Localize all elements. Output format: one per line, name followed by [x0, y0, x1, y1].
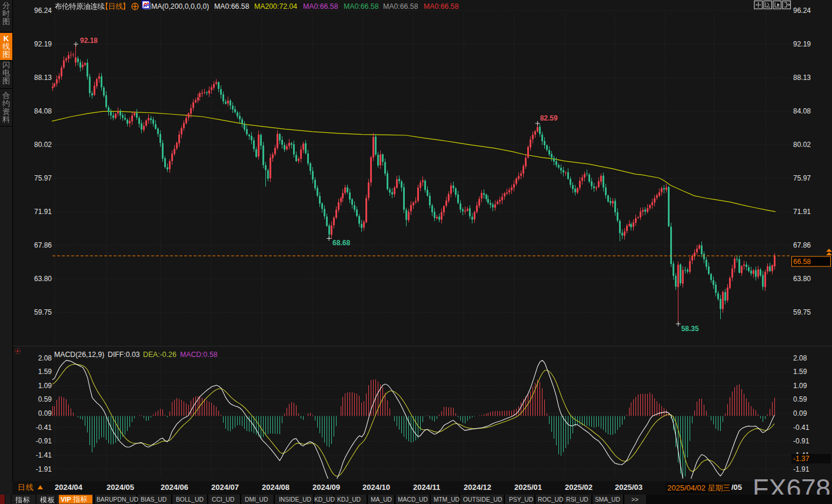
svg-text:-1.91: -1.91: [36, 465, 52, 473]
svg-text:DEA:-0.26: DEA:-0.26: [143, 351, 177, 359]
svg-text:63.80: 63.80: [34, 275, 52, 283]
svg-text:MTM_UD: MTM_UD: [434, 496, 460, 503]
svg-text:MA0:66.58: MA0:66.58: [303, 2, 338, 11]
svg-text:-0.41: -0.41: [793, 423, 810, 432]
svg-text:59.75: 59.75: [793, 308, 811, 316]
svg-text:PSY_UD: PSY_UD: [509, 496, 533, 503]
svg-text:BIAS_UD: BIAS_UD: [141, 496, 167, 503]
svg-text:1.59: 1.59: [38, 368, 52, 376]
svg-text:75.97: 75.97: [793, 174, 811, 182]
svg-text:2.08: 2.08: [793, 354, 807, 362]
svg-text:84.08: 84.08: [34, 107, 52, 115]
svg-text:2024/10: 2024/10: [362, 483, 390, 492]
svg-text:67.86: 67.86: [793, 241, 811, 249]
svg-text:MA_UD: MA_UD: [371, 496, 392, 503]
svg-text:84.08: 84.08: [793, 107, 811, 115]
svg-text:-0.91: -0.91: [36, 437, 52, 445]
svg-text:67.86: 67.86: [34, 241, 52, 249]
svg-text:2025/01: 2025/01: [514, 483, 542, 492]
svg-text:66.58: 66.58: [793, 258, 811, 266]
svg-text:RSI_UD: RSI_UD: [566, 496, 588, 503]
svg-text:KD_UD: KD_UD: [314, 496, 335, 503]
svg-text:71.91: 71.91: [793, 208, 811, 216]
svg-text:63.80: 63.80: [793, 275, 811, 283]
svg-text:2024/08: 2024/08: [262, 483, 289, 492]
svg-text:KDJ_UD: KDJ_UD: [337, 496, 361, 503]
svg-text:92.19: 92.19: [34, 40, 52, 48]
svg-text:71.91: 71.91: [34, 208, 52, 216]
svg-text:1.09: 1.09: [38, 382, 52, 390]
svg-text:MA0:66.58: MA0:66.58: [424, 2, 459, 11]
svg-text:BARUPDN_UD: BARUPDN_UD: [96, 496, 138, 503]
svg-text:2024/12: 2024/12: [464, 483, 491, 492]
svg-text:VIP: VIP: [61, 496, 71, 503]
svg-text:MACD_UD: MACD_UD: [398, 496, 428, 503]
svg-text:-0.41: -0.41: [36, 423, 52, 432]
svg-text:MA200:72.04: MA200:72.04: [254, 2, 297, 11]
svg-text:2024/07: 2024/07: [211, 483, 239, 492]
svg-text:-0.91: -0.91: [793, 437, 810, 445]
svg-text:K: K: [4, 34, 9, 43]
svg-text:0.09: 0.09: [793, 409, 807, 418]
svg-text:2025/02: 2025/02: [565, 483, 593, 492]
svg-text:MACD:0.58: MACD:0.58: [180, 351, 218, 359]
svg-text:59.75: 59.75: [34, 308, 52, 316]
svg-text:96.24: 96.24: [34, 6, 52, 15]
svg-text:92.19: 92.19: [793, 40, 811, 48]
svg-text:2024/05: 2024/05: [107, 483, 134, 492]
svg-text:82.59: 82.59: [540, 114, 558, 122]
svg-text:MA0:66.58: MA0:66.58: [214, 2, 249, 11]
svg-text:75.97: 75.97: [34, 174, 52, 182]
svg-text:SMA_UD: SMA_UD: [595, 496, 620, 503]
svg-text:1.09: 1.09: [793, 382, 807, 390]
svg-text:-1.91: -1.91: [793, 465, 810, 473]
svg-text:0.59: 0.59: [38, 395, 52, 403]
svg-text:2024/09: 2024/09: [312, 483, 340, 492]
svg-text:CCI_UD: CCI_UD: [212, 496, 234, 503]
svg-text:2025/04/02: 2025/04/02: [667, 483, 708, 492]
svg-text:MA0:66.58: MA0:66.58: [344, 2, 379, 11]
svg-text:ROC_UD: ROC_UD: [538, 496, 563, 503]
svg-text:0.59: 0.59: [793, 395, 807, 403]
svg-text:DIFF:0.03: DIFF:0.03: [108, 351, 140, 359]
svg-text:88.13: 88.13: [34, 74, 52, 82]
svg-text:58.35: 58.35: [681, 325, 699, 333]
svg-text:INSIDE_UD: INSIDE_UD: [279, 496, 311, 503]
svg-text:MACD(26,12,9): MACD(26,12,9): [54, 351, 104, 359]
svg-text:88.13: 88.13: [793, 74, 811, 82]
svg-text:-1.41: -1.41: [36, 451, 52, 459]
svg-text:MA(0,200,0,0,0,0): MA(0,200,0,0,0,0): [151, 2, 209, 11]
svg-text:BOLL_UD: BOLL_UD: [176, 496, 204, 503]
svg-text:0.09: 0.09: [38, 409, 52, 418]
svg-text:68.68: 68.68: [332, 239, 350, 247]
svg-text:2.08: 2.08: [38, 354, 52, 362]
svg-text:92.18: 92.18: [80, 36, 98, 45]
svg-text:2025/03: 2025/03: [615, 483, 643, 492]
svg-text:2024/06: 2024/06: [161, 483, 188, 492]
svg-text:80.02: 80.02: [34, 141, 52, 149]
svg-text:OUTSIDE_UD: OUTSIDE_UD: [463, 496, 502, 503]
svg-text:1.59: 1.59: [793, 368, 807, 376]
svg-text:MA0:66.58: MA0:66.58: [383, 2, 418, 11]
svg-text:2024/11: 2024/11: [413, 483, 440, 492]
svg-text:>>: >>: [631, 496, 638, 503]
svg-text:2024/04: 2024/04: [55, 483, 83, 492]
svg-text:80.02: 80.02: [793, 141, 811, 149]
svg-text:DMI_UD: DMI_UD: [245, 496, 268, 503]
svg-text:-1.37: -1.37: [793, 455, 810, 463]
svg-text:96.24: 96.24: [793, 6, 811, 15]
